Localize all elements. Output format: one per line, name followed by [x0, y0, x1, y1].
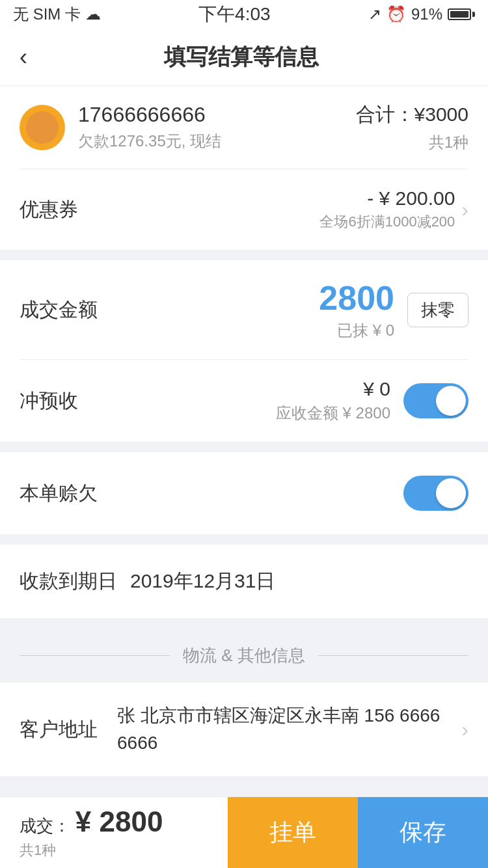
status-right: ↗ ⏰ 91%: [368, 5, 475, 23]
amount-label: 成交金额: [20, 297, 98, 323]
amount-right: 2800 已抹 ¥ 0 抹零: [319, 278, 468, 341]
bottom-deal-line: 成交： ¥ 2800: [20, 806, 208, 838]
customer-total: 合计：¥3000 共1种: [356, 102, 468, 153]
page-title: 填写结算等信息: [40, 42, 442, 72]
debt-label: 本单赊欠: [20, 480, 98, 507]
amount-sub: 已抹 ¥ 0: [319, 320, 394, 341]
precollect-amount: ¥ 0: [276, 378, 390, 400]
address-value: 张 北京市市辖区海淀区永丰南 156 6666 6666: [117, 702, 461, 757]
amount-section: 成交金额 2800 已抹 ¥ 0 抹零 冲预收 ¥ 0 应收金额 ¥ 2800: [0, 260, 488, 442]
total-count: 共1种: [356, 132, 468, 153]
battery-percent: 91%: [411, 5, 442, 23]
chevron-right-icon: ›: [461, 198, 468, 222]
address-chevron-icon: ›: [461, 718, 468, 742]
coupon-detail: 全场6折满1000减200: [319, 212, 455, 232]
bottom-bar: 成交： ¥ 2800 共1种 挂单 保存: [0, 796, 488, 868]
battery-icon: [448, 8, 475, 20]
round-button[interactable]: 抹零: [407, 293, 468, 327]
bottom-summary: 成交： ¥ 2800 共1种: [0, 806, 228, 860]
amount-row: 成交金额 2800 已抹 ¥ 0 抹零: [20, 260, 468, 359]
precollect-toggle[interactable]: [403, 383, 468, 418]
customer-debt: 欠款1276.35元, 现结: [78, 131, 356, 152]
address-row[interactable]: 客户地址 张 北京市市辖区海淀区永丰南 156 6666 6666 ›: [20, 683, 468, 776]
location-icon: ↗: [368, 5, 381, 23]
debt-toggle[interactable]: [403, 476, 468, 511]
coupon-row[interactable]: 优惠券 - ¥ 200.00 全场6折满1000减200 ›: [20, 169, 468, 250]
logistics-separator: 物流 & 其他信息: [0, 629, 488, 683]
precollect-sub: 应收金额 ¥ 2800: [276, 403, 390, 424]
coupon-discount: - ¥ 200.00: [319, 187, 455, 210]
logistics-label: 物流 & 其他信息: [170, 644, 318, 667]
bottom-deal-label: 成交：: [20, 816, 70, 835]
duedate-label: 收款到期日: [20, 568, 117, 595]
debt-row: 本单赊欠: [20, 452, 468, 534]
avatar: [20, 105, 65, 150]
back-button[interactable]: ‹: [20, 44, 27, 71]
customer-row: 17666666666 欠款1276.35元, 现结 合计：¥3000 共1种: [20, 86, 468, 169]
bottom-count: 共1种: [20, 841, 208, 860]
status-bar: 无 SIM 卡 ☁ 下午4:03 ↗ ⏰ 91%: [0, 0, 488, 29]
status-time: 下午4:03: [198, 2, 271, 27]
status-left: 无 SIM 卡 ☁: [13, 4, 101, 25]
duedate-value: 2019年12月31日: [130, 568, 275, 595]
total-amount: 合计：¥3000: [356, 102, 468, 128]
nav-bar: ‹ 填写结算等信息: [0, 29, 488, 86]
customer-section: 17666666666 欠款1276.35元, 现结 合计：¥3000 共1种 …: [0, 86, 488, 250]
precollect-right: ¥ 0 应收金额 ¥ 2800: [276, 378, 468, 424]
precollect-label: 冲预收: [20, 388, 78, 414]
debt-section: 本单赊欠: [0, 452, 488, 534]
alarm-icon: ⏰: [386, 5, 406, 23]
duedate-row: 收款到期日 2019年12月31日: [20, 545, 468, 618]
customer-phone: 17666666666: [78, 103, 356, 127]
address-label: 客户地址: [20, 716, 98, 743]
coupon-right: - ¥ 200.00 全场6折满1000减200 ›: [319, 187, 468, 232]
duedate-section: 收款到期日 2019年12月31日: [0, 545, 488, 618]
save-button[interactable]: 保存: [358, 797, 488, 869]
pending-button[interactable]: 挂单: [228, 797, 358, 869]
address-section: 客户地址 张 北京市市辖区海淀区永丰南 156 6666 6666 ›: [0, 683, 488, 776]
sim-indicator: 无 SIM 卡 ☁: [13, 4, 101, 25]
bottom-amount: ¥ 2800: [75, 806, 163, 837]
precollect-values: ¥ 0 应收金额 ¥ 2800: [276, 378, 390, 424]
amount-value: 2800: [319, 278, 394, 318]
customer-info: 17666666666 欠款1276.35元, 现结: [78, 103, 356, 152]
coupon-label: 优惠券: [20, 197, 78, 223]
precollect-row: 冲预收 ¥ 0 应收金额 ¥ 2800: [20, 360, 468, 442]
